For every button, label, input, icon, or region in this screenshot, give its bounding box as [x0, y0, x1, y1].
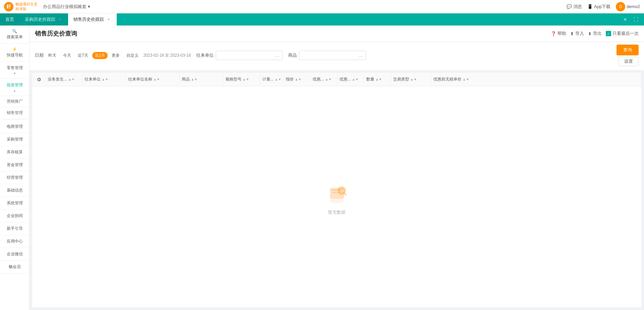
sidebar-item-guide[interactable]: 新手引导	[0, 222, 29, 235]
page-title-row: 销售历史价查询 ❓ 帮助 ⬆ 导入 ⬇ 导出 ✓	[35, 30, 639, 38]
date-btn-today[interactable]: 今天	[60, 52, 74, 59]
help-btn[interactable]: ❓ 帮助	[551, 31, 566, 37]
sidebar-item-enterprise[interactable]: 企业协同	[0, 210, 29, 222]
th-spec[interactable]: 规格型号 ▲▼	[223, 74, 260, 85]
sidebar-item-member[interactable]: 畅会员	[0, 261, 29, 273]
th-product[interactable]: 商品 ▲▼	[180, 74, 223, 85]
sort-icon-2: ▲▼	[102, 78, 108, 81]
date-btn-custom[interactable]: 自定义	[124, 52, 141, 59]
date-btn-more[interactable]: 更多	[109, 52, 122, 59]
product-filter-group: 商品 ...	[288, 51, 366, 60]
th-discount1[interactable]: 优惠... ▲▼	[311, 74, 337, 85]
date-btn-1month[interactable]: 近1月	[92, 52, 108, 59]
tab-bar-right: ✕ ⛶	[617, 13, 644, 25]
settings-btn[interactable]: 设置	[619, 57, 639, 66]
filter-area: 日期 昨天 今天 近7天 近1月 更多 自定义 2023-02-18 至 202…	[30, 42, 644, 70]
tab-maximize-btn[interactable]: ⛶	[632, 15, 640, 23]
checkbox-checked-icon: ✓	[606, 31, 611, 36]
th-discount2[interactable]: 优惠... ▲▼	[337, 74, 364, 85]
unit-input-dots: ...	[275, 52, 279, 58]
sidebar-item-basic[interactable]: 基础信息	[0, 184, 29, 197]
th-unit-name-label: 往来单位名称	[128, 76, 152, 82]
filter-row: 日期 昨天 今天 近7天 近1月 更多 自定义 2023-02-18 至 202…	[35, 45, 639, 66]
th-date[interactable]: 业务发生... ▲▼	[46, 74, 83, 85]
logo-text: 畅捷通好生意 标准版	[15, 2, 38, 11]
sidebar-item-system[interactable]: 系统管理	[0, 197, 29, 210]
only-last-checkbox[interactable]: ✓ 只看最后一次	[606, 31, 639, 37]
date-btns: 昨天 今天 近7天 近1月 更多 自定义	[46, 52, 141, 59]
sort-icon-5: ▲▼	[243, 78, 249, 81]
tab-bar: 首页 采购历史价跟踪 × 销售历史价跟踪 × ✕ ⛶	[0, 13, 644, 25]
tab-home[interactable]: 首页	[0, 13, 19, 25]
th-measure[interactable]: 计量... ▲▼	[260, 74, 284, 85]
sidebar: 🔍 搜索菜单 ⚡ 快捷导航 零售管理 ▾ 批发管理 ▴ 营销推广 销售管理 电商…	[0, 25, 30, 310]
import-btn[interactable]: ⬆ 导入	[570, 31, 584, 37]
sort-icon-6: ▲▼	[275, 78, 281, 81]
th-measure-label: 计量...	[262, 76, 274, 82]
page-actions: ❓ 帮助 ⬆ 导入 ⬇ 导出 ✓ 只看最后一次	[551, 31, 639, 37]
th-discount2-label: 优惠...	[339, 76, 351, 82]
sort-icon-7: ▲▼	[295, 78, 302, 81]
th-price[interactable]: 报价 ▲▼	[284, 74, 311, 85]
th-pretax-price[interactable]: 优惠前无税单价 ▲▼	[431, 74, 641, 85]
sidebar-item-inventory[interactable]: 库存核算	[0, 146, 29, 159]
tab-close-icon-2[interactable]: ×	[106, 17, 111, 22]
sort-icon-4: ▲▼	[191, 78, 198, 81]
unit-filter-group: 往来单位 ...	[196, 51, 283, 60]
query-btn[interactable]: 查询	[616, 45, 639, 55]
th-date-label: 业务发生...	[48, 76, 67, 82]
th-unit-name[interactable]: 往来单位名称 ▲▼	[126, 74, 180, 85]
date-filter-group: 日期 昨天 今天 近7天 近1月 更多 自定义 2023-02-18 至 202…	[35, 52, 191, 59]
table-wrapper: 业务发生... ▲▼ 往来单位 ▲▼ 往来单位名称 ▲▼ 商品 ▲▼ 规格型号	[32, 73, 641, 307]
logo-area: 好 畅捷通好生意 标准版	[4, 2, 38, 11]
empty-data-icon	[323, 178, 350, 205]
sort-icon: ▲▼	[68, 78, 75, 81]
th-qty[interactable]: 数量 ▲▼	[364, 74, 391, 85]
chevron-down-icon: ▾	[88, 4, 90, 9]
unit-input[interactable]: ...	[216, 51, 283, 60]
tab-close-window-btn[interactable]: ✕	[621, 15, 629, 23]
sort-icon-12: ▲▼	[463, 78, 469, 81]
user-area[interactable]: D demo2	[616, 2, 640, 11]
th-settings[interactable]	[32, 74, 46, 85]
tab-purchase-history[interactable]: 采购历史价跟踪 ×	[19, 13, 68, 25]
product-input[interactable]: ...	[299, 51, 366, 60]
th-trade-type[interactable]: 交易类型 ▲▼	[391, 74, 431, 85]
sidebar-divider	[3, 119, 26, 120]
sidebar-item-wechat[interactable]: 企业微信	[0, 248, 29, 261]
sidebar-item-ecommerce[interactable]: 电商管理	[0, 120, 29, 133]
sidebar-item-operations[interactable]: 经营管理	[0, 171, 29, 184]
tab-close-icon[interactable]: ×	[57, 17, 63, 22]
sidebar-item-apps[interactable]: 应用中心	[0, 235, 29, 248]
empty-state: 暂无数据	[32, 86, 641, 307]
sort-icon-3: ▲▼	[153, 78, 160, 81]
sidebar-item-search[interactable]: 🔍 搜索菜单	[0, 25, 29, 44]
export-btn[interactable]: ⬇ 导出	[588, 31, 602, 37]
sidebar-item-wholesale[interactable]: 批发管理 ▴	[0, 79, 29, 96]
sidebar-item-sales[interactable]: 销售管理	[0, 107, 29, 119]
app-download-btn[interactable]: 📱 App下载	[587, 4, 610, 10]
product-label: 商品	[288, 52, 297, 58]
th-unit-code[interactable]: 往来单位 ▲▼	[83, 74, 126, 85]
sidebar-item-marketing[interactable]: 营销推广	[0, 96, 29, 107]
sidebar-item-finance[interactable]: 资金管理	[0, 159, 29, 171]
chevron-down-icon: ▾	[14, 71, 15, 75]
date-btn-7days[interactable]: 近7天	[75, 52, 91, 59]
th-discount1-label: 优惠...	[313, 76, 324, 82]
message-btn[interactable]: 💬 消息	[567, 4, 582, 10]
date-range-text: 2023-02-18 至 2023-03-18	[143, 53, 191, 58]
date-btn-yesterday[interactable]: 昨天	[46, 52, 59, 59]
sidebar-item-quick-nav[interactable]: ⚡ 快捷导航	[0, 44, 29, 62]
sidebar-item-purchase[interactable]: 采购管理	[0, 133, 29, 146]
top-bar-left: 好 畅捷通好生意 标准版 办公用品行业模拟账套 ▾	[4, 2, 93, 11]
th-price-label: 报价	[286, 76, 294, 82]
message-icon: 💬	[567, 4, 572, 9]
sidebar-item-retail[interactable]: 零售管理 ▾	[0, 62, 29, 79]
tab-sales-history[interactable]: 销售历史价跟踪 ×	[68, 13, 117, 25]
account-selector[interactable]: 办公用品行业模拟账套 ▾	[40, 2, 93, 11]
top-bar-right: 💬 消息 📱 App下载 D demo2	[567, 2, 640, 11]
export-icon: ⬇	[588, 31, 592, 36]
page-title: 销售历史价查询	[35, 30, 77, 38]
chevron-up-icon: ▴	[14, 89, 15, 92]
main-layout: 🔍 搜索菜单 ⚡ 快捷导航 零售管理 ▾ 批发管理 ▴ 营销推广 销售管理 电商…	[0, 25, 644, 310]
